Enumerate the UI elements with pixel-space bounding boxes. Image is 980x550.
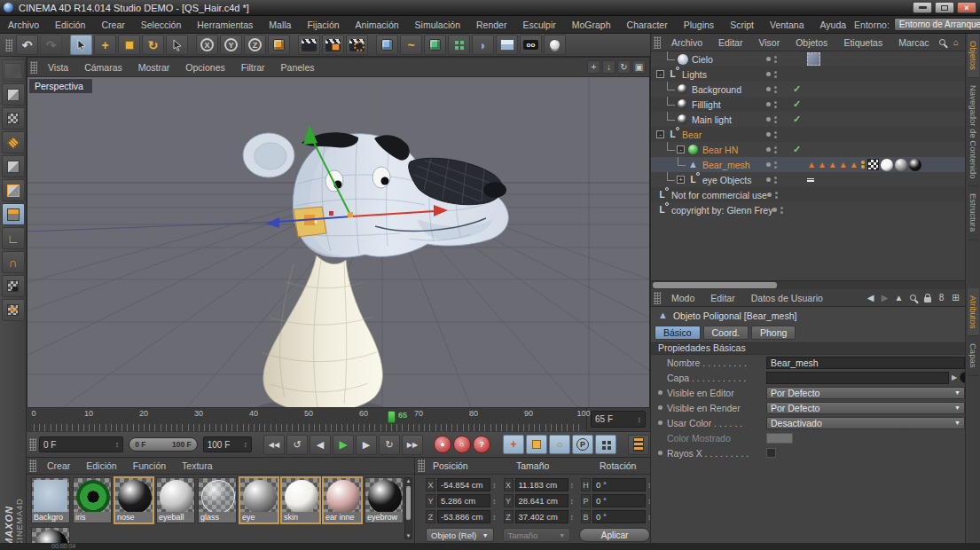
menu-render[interactable]: Render	[468, 16, 514, 34]
vertical-tab-navegador-de-contenido[interactable]: Navegador de Contenido	[968, 78, 979, 187]
materials-menu-textura[interactable]: Textura	[174, 457, 220, 475]
menu-animaci-n[interactable]: Animación	[348, 16, 407, 34]
material-eyeball[interactable]: eyeball	[156, 477, 195, 523]
om-menu-marcac[interactable]: Marcac	[890, 34, 937, 51]
materials-grip[interactable]	[29, 460, 36, 472]
render-picture-viewer-button[interactable]	[322, 35, 344, 55]
end-frame-field[interactable]: 100 F ↕	[203, 436, 252, 452]
tree-row-bear-mesh[interactable]: ▲Bear_mesh▲▲▲▲▲	[651, 157, 965, 172]
coord-value-field[interactable]: 5.286 cm	[437, 494, 490, 507]
material-eyebrow[interactable]: eyebrow	[365, 477, 404, 523]
animation-dot-icon[interactable]	[658, 420, 662, 425]
tree-row-bear-hn[interactable]: -Bear HN✓	[651, 142, 965, 157]
visibility-dots[interactable]	[766, 161, 793, 169]
viewport-menu-filtrar[interactable]: Filtrar	[233, 59, 273, 76]
menu-crear[interactable]: Crear	[93, 16, 132, 34]
enabled-check[interactable]: ✓	[793, 98, 807, 110]
coord-value-field[interactable]: 37.402 cm	[515, 510, 568, 523]
collapse-icon[interactable]: -	[677, 145, 685, 153]
layer-dot-icon[interactable]	[766, 102, 771, 106]
menu-malla[interactable]: Malla	[261, 16, 299, 34]
spinner-icon[interactable]: ↕	[115, 440, 120, 449]
record-keyframe-button[interactable]: ●	[434, 436, 451, 453]
live-selection-tool[interactable]	[70, 35, 92, 55]
tree-row-not-for-commercial-use[interactable]: LNot for commercial use	[651, 187, 965, 202]
home-icon[interactable]: ⌂	[952, 37, 961, 47]
am-menu-editar[interactable]: Editar	[702, 289, 742, 307]
expand-icon[interactable]: +	[677, 176, 685, 184]
spinner-icon[interactable]: ↕	[638, 415, 642, 424]
coord-value-field[interactable]: 0 °	[592, 494, 646, 507]
vertical-tab-estructura[interactable]: Estructura	[968, 186, 979, 240]
material-tag-icon[interactable]	[881, 159, 893, 171]
tree-row-lights[interactable]: -LLights	[651, 67, 965, 82]
visibility-dots[interactable]	[766, 131, 793, 138]
lock-icon[interactable]	[922, 294, 932, 302]
add-generator-button[interactable]	[424, 35, 446, 55]
layer-dot-icon[interactable]	[767, 192, 772, 197]
visibility-dots[interactable]	[766, 56, 793, 63]
tab-coord[interactable]: Coord.	[703, 326, 749, 340]
current-frame-field[interactable]: 65 F ↕	[591, 411, 646, 428]
selection-tag-icon[interactable]: ▲	[850, 161, 858, 169]
menu-selecci-n[interactable]: Selección	[133, 16, 190, 34]
material-unnamed[interactable]	[31, 527, 70, 543]
add-deformer-button[interactable]: ◗	[472, 35, 494, 55]
layer-dot-icon[interactable]	[772, 208, 777, 212]
vertical-tab-objetos[interactable]: Objetos	[968, 34, 979, 78]
selection-tag-icon[interactable]: ▲	[818, 161, 827, 169]
timeline-button[interactable]	[628, 435, 649, 455]
layer-dot-icon[interactable]	[766, 162, 771, 167]
coord-value-field[interactable]: 11.183 cm	[515, 478, 568, 491]
om-menu-objetos[interactable]: Objetos	[788, 34, 835, 51]
object-manager-hscrollbar[interactable]	[651, 280, 965, 289]
om-menu-editar[interactable]: Editar	[710, 34, 750, 51]
spinner-icon[interactable]: ↕	[570, 481, 575, 490]
visibility-dots[interactable]	[766, 101, 793, 108]
key-parameter-toggle[interactable]: P	[572, 435, 593, 454]
search-icon[interactable]	[908, 295, 918, 301]
goto-start-button[interactable]: ◀◀	[263, 435, 285, 455]
material-nose[interactable]: nose	[114, 477, 153, 523]
lock-z-axis-button[interactable]: Z	[244, 35, 266, 55]
om-menu-visor[interactable]: Visor	[750, 34, 788, 51]
tag-dots-icon[interactable]	[861, 161, 865, 169]
spinner-icon[interactable]: ↕	[492, 513, 497, 522]
selection-tag-icon[interactable]: ▲	[828, 161, 837, 169]
key-rotation-toggle[interactable]: ○	[549, 435, 570, 454]
menu-esculpir[interactable]: Esculpir	[514, 16, 563, 34]
spinner-icon[interactable]: ↕	[570, 513, 575, 522]
layer-dot-icon[interactable]	[766, 72, 771, 76]
spinner-icon[interactable]: ↕	[492, 497, 497, 506]
menu-fijaci-n[interactable]: Fijación	[299, 16, 347, 34]
am-menu-modo[interactable]: Modo	[663, 289, 702, 307]
tree-row-main-light[interactable]: Main light✓	[651, 112, 965, 127]
tree-row-filllight[interactable]: Filllight✓	[651, 97, 965, 112]
visibility-dots[interactable]	[766, 177, 793, 184]
dropdown-usar-color[interactable]: Desactivado▼	[766, 417, 965, 429]
model-mode-button[interactable]	[2, 83, 25, 106]
goto-end-button[interactable]: ▶▶	[402, 435, 423, 455]
materials-menu-funci-n[interactable]: Función	[125, 457, 174, 475]
start-frame-field[interactable]: 0 F ↕	[39, 436, 123, 452]
rotate-view-icon[interactable]: ↻	[617, 60, 631, 74]
visibility-dots[interactable]	[767, 192, 794, 199]
visibility-dots[interactable]	[766, 146, 793, 153]
texture-mode-button[interactable]	[2, 107, 25, 130]
material-glass[interactable]: glass	[198, 477, 237, 523]
undo-icon[interactable]: ↶	[16, 35, 38, 55]
menu-ayuda[interactable]: Ayuda	[812, 16, 855, 34]
pan-view-icon[interactable]: +	[587, 60, 600, 74]
back-icon[interactable]: ◀	[866, 293, 875, 302]
close-button[interactable]: ×	[957, 2, 976, 13]
coord-value-field[interactable]: 28.641 cm	[515, 494, 568, 507]
tree-row-copyright-by-glenn-frey[interactable]: Lcopyright by: Glenn Frey	[651, 202, 965, 217]
timeline-ruler[interactable]: 65 0102030405060708090100	[27, 408, 587, 432]
search-icon[interactable]	[937, 39, 947, 45]
restore-button[interactable]	[935, 2, 954, 13]
perspective-view-label[interactable]: Perspectiva	[29, 79, 92, 93]
selection-tag-icon[interactable]: ▲	[807, 161, 816, 169]
coord-mode-dropdown[interactable]: Objeto (Rel) ▼	[426, 528, 494, 542]
spinner-icon[interactable]: ↕	[244, 440, 248, 449]
dropdown-visible-en-render[interactable]: Por Defecto▼	[766, 402, 965, 414]
